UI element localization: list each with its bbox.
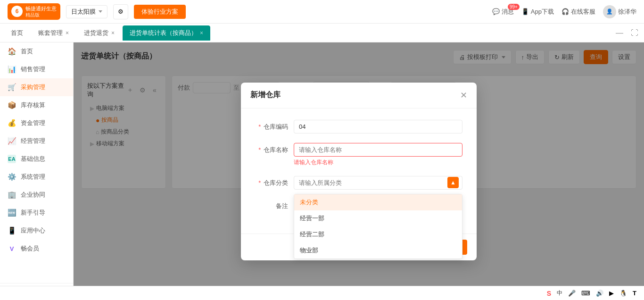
sidebar-item-member[interactable]: V 畅会员 [0,240,73,258]
modal-close-button[interactable]: ✕ [460,90,467,100]
category-field: ▲ 未分类 经营一部 经营二部 物业部 [294,176,462,190]
dropdown-item-dept1[interactable]: 经营一部 [294,210,462,226]
sidebar-purchase-label: 采购管理 [21,83,45,92]
dropdown-item-property[interactable]: 物业部 [294,242,462,258]
sidebar-item-appstore[interactable]: 📱 应用中心 [0,222,73,240]
code-label: * 仓库编码 [255,120,288,131]
logo-icon: 6 [11,6,23,17]
message-button[interactable]: 💬 消息 99+ [492,8,514,16]
message-icon: 💬 [492,8,500,15]
sidebar-inventory-label: 库存核算 [21,101,45,109]
status-keyboard-icon[interactable]: ⌨ [581,290,590,297]
app-download-button[interactable]: 📱 App下载 [521,8,554,16]
content-area: 进货单统计（按商品） 🖨 按模板打印 ↑ 导出 ↻ 刷新 [74,42,644,300]
store-selector[interactable]: 日太阳膜 [66,5,107,18]
category-arrow-button[interactable]: ▲ [447,177,459,188]
tab-purchase-stats-label: 进货单统计表（按商品） [130,29,197,37]
sidebar-item-system[interactable]: ⚙️ 系统管理 [0,168,73,186]
status-cn-icon[interactable]: 中 [557,289,562,297]
online-service-button[interactable]: 🎧 在线客服 [561,8,595,16]
required-star-category: * [258,179,261,186]
sidebar-item-basic[interactable]: EA 基础信息 [0,150,73,168]
logo-initial: 6 [16,8,19,15]
sidebar-item-guide[interactable]: 🆕 新手引导 [0,204,73,222]
gear-icon: ⚙ [118,8,124,15]
category-dropdown: 未分类 经营一部 经营二部 物业部 [294,194,462,259]
name-error-msg: 请输入仓库名称 [294,158,462,167]
status-mic-icon[interactable]: 🎤 [568,290,576,297]
form-row-code: * 仓库编码 [255,120,462,133]
user-menu[interactable]: 👤 徐泽华 [603,5,636,18]
sidebar: 🏠 首页 📊 销售管理 🛒 采购管理 📦 库存核算 💰 资金管理 📈 经营管理 … [0,42,74,300]
tab-purchase-stats-close[interactable]: × [200,30,203,36]
status-play-icon[interactable]: ▶ [609,290,614,297]
top-header: 6 畅捷通好生意 精品版 日太阳膜 ⚙ 体验行业方案 💬 消息 99+ 📱 Ap… [0,0,644,24]
tab-purchase-stats[interactable]: 进货单统计表（按商品） × [123,25,210,41]
header-right: 💬 消息 99+ 📱 App下载 🎧 在线客服 👤 徐泽华 [492,5,636,18]
sidebar-item-inventory[interactable]: 📦 库存核算 [0,96,73,114]
home-icon: 🏠 [8,47,16,56]
settings-button[interactable]: ⚙ [113,4,128,19]
dropdown-item-dept2[interactable]: 经营二部 [294,226,462,242]
category-label: * 仓库分类 [255,176,288,187]
system-icon: ⚙️ [8,173,16,181]
required-star-code: * [258,123,261,130]
tab-purchase-return-label: 进货退货 [84,29,108,37]
tab-home-label: 首页 [11,29,23,37]
sidebar-item-operation[interactable]: 📈 经营管理 [0,132,73,150]
tab-home[interactable]: 首页 [4,25,30,41]
sidebar-operation-label: 经营管理 [21,137,45,145]
sidebar-item-enterprise[interactable]: 🏢 企业协同 [0,186,73,204]
sidebar-system-label: 系统管理 [21,173,45,181]
tab-actions: — ⛶ [614,27,640,39]
modal-dialog: 新增仓库 ✕ * 仓库编码 [241,83,477,260]
tab-purchase-return-close[interactable]: × [111,30,115,36]
sidebar-sales-label: 销售管理 [21,65,45,74]
phone-icon: 📱 [521,8,529,15]
sidebar-item-purchase[interactable]: 🛒 采购管理 [0,78,73,96]
name-input[interactable] [294,143,462,157]
sidebar-enterprise-label: 企业协同 [21,191,45,199]
tab-account-label: 账套管理 [38,29,63,37]
status-brand-icon: S [547,290,551,297]
tab-bar: 首页 账套管理 × 进货退货 × 进货单统计表（按商品） × — ⛶ [0,24,644,42]
modal-overlay: 新增仓库 ✕ * 仓库编码 [74,42,644,300]
sidebar-item-finance[interactable]: 💰 资金管理 [0,114,73,132]
form-row-name: * 仓库名称 请输入仓库名称 [255,143,462,167]
status-bar: S 中 🎤 ⌨ 🔊 ▶ 🐧 T [0,286,644,300]
dropdown-item-uncategorized[interactable]: 未分类 [294,194,462,210]
sidebar-item-sales[interactable]: 📊 销售管理 [0,60,73,78]
code-field [294,120,462,133]
chevron-down-icon [99,10,102,13]
notes-label: 备注 [255,199,288,210]
status-speaker-icon[interactable]: 🔊 [596,290,603,297]
sidebar-item-home[interactable]: 🏠 首页 [0,42,73,60]
modal-title: 新增仓库 [250,90,281,100]
tab-minimize-button[interactable]: — [614,27,625,39]
appstore-icon: 📱 [8,226,16,235]
tab-maximize-button[interactable]: ⛶ [629,27,640,39]
status-penguin-icon[interactable]: 🐧 [619,290,627,297]
tab-account[interactable]: 账套管理 × [31,25,76,41]
message-badge: 99+ [508,4,520,10]
sidebar-appstore-label: 应用中心 [21,226,45,235]
tab-purchase-return[interactable]: 进货退货 × [77,25,122,41]
logo-text: 畅捷通好生意 精品版 [25,5,57,18]
trial-button[interactable]: 体验行业方案 [134,5,186,19]
headset-icon: 🎧 [561,8,569,15]
logo-area[interactable]: 6 畅捷通好生意 精品版 [8,3,60,20]
app-download-label: App下载 [531,8,554,16]
operation-icon: 📈 [8,137,16,145]
guide-icon: 🆕 [8,208,16,217]
enterprise-icon: 🏢 [8,191,16,199]
name-label: * 仓库名称 [255,143,288,154]
category-input[interactable] [294,176,462,190]
name-field: 请输入仓库名称 [294,143,462,167]
sidebar-guide-label: 新手引导 [21,208,45,217]
sidebar-basic-label: 基础信息 [21,155,45,163]
sidebar-member-label: 畅会员 [21,244,39,253]
status-font-icon[interactable]: T [633,290,636,297]
basic-icon: EA [8,155,16,163]
code-input[interactable] [294,120,462,133]
tab-account-close[interactable]: × [66,30,69,36]
